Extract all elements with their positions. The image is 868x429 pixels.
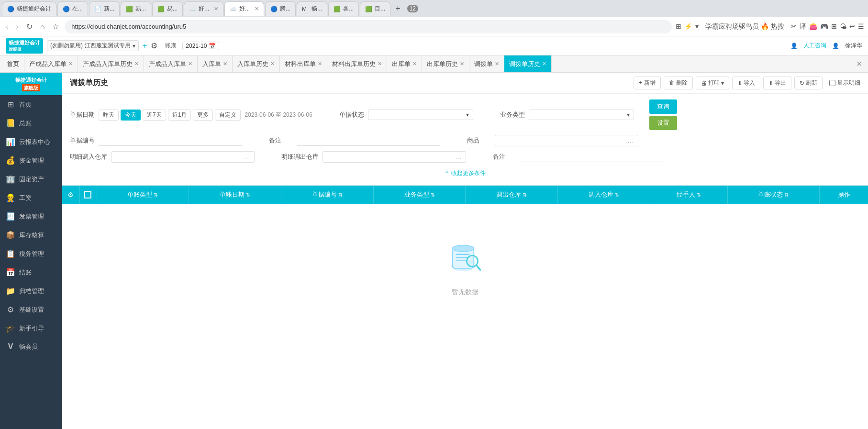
col-check[interactable] bbox=[79, 186, 97, 204]
date-btn-1month[interactable]: 近1月 bbox=[168, 110, 191, 121]
goods-input[interactable]: … bbox=[495, 135, 638, 146]
theme-icon[interactable]: 🌤 bbox=[840, 22, 846, 31]
col-settings[interactable]: ⚙ bbox=[62, 186, 79, 204]
tab-6[interactable]: 材料出库单 ✕ bbox=[280, 55, 327, 73]
refresh-btn[interactable]: ↻ 刷新 bbox=[794, 77, 823, 89]
home-button[interactable]: ⌂ bbox=[38, 22, 47, 32]
tab-6-close[interactable]: ✕ bbox=[318, 61, 322, 67]
close-all-tabs-button[interactable]: ✕ bbox=[852, 59, 866, 68]
help-link[interactable]: 人工咨询 bbox=[803, 42, 826, 50]
warehouse-out-input[interactable]: … bbox=[323, 151, 466, 163]
tab-2[interactable]: 产成品入库单历史 ✕ bbox=[78, 55, 144, 73]
tab-9[interactable]: 出库单历史 ✕ bbox=[422, 55, 469, 73]
tab-8-close[interactable]: ✕ bbox=[412, 61, 417, 67]
tab-8[interactable]: 出库单 ✕ bbox=[387, 55, 422, 73]
browser-tab-10[interactable]: 🟩 目... bbox=[360, 1, 390, 16]
sidebar-item-closing[interactable]: 📅 结账 bbox=[0, 263, 62, 282]
tab-7[interactable]: 材料出库单历史 ✕ bbox=[327, 55, 387, 73]
bookmark-button[interactable]: ☆ bbox=[50, 21, 61, 32]
print-button[interactable]: 🖨 🖨 打印 打印 ▾ bbox=[696, 77, 729, 89]
col-handler[interactable]: 经手人 ⇅ bbox=[650, 186, 727, 204]
status-select[interactable]: ▾ bbox=[368, 110, 473, 120]
browser-tab-3[interactable]: 🟩 易... bbox=[121, 1, 151, 16]
tab-close-5[interactable]: ✕ bbox=[214, 6, 218, 12]
scissors-icon[interactable]: ✂ bbox=[791, 22, 797, 31]
sidebar-item-member[interactable]: V 畅会员 bbox=[0, 338, 62, 356]
col-doc-type[interactable]: 单账类型 ⇅ bbox=[97, 186, 189, 204]
tab-1[interactable]: 产成品入库单 ✕ bbox=[24, 55, 78, 73]
tab-11-active[interactable]: 调拨单历史 ✕ bbox=[504, 55, 552, 73]
settings-icon[interactable]: ⚙ bbox=[151, 41, 157, 50]
sidebar-item-guide[interactable]: 🎓 新手引导 bbox=[0, 319, 62, 338]
tab-4[interactable]: 入库单 ✕ bbox=[198, 55, 233, 73]
grid-icon[interactable]: ⊞ bbox=[831, 22, 837, 31]
sidebar-item-finance[interactable]: 💰 资金管理 bbox=[0, 151, 62, 170]
browser-tab-0[interactable]: 🔵 畅捷通好会计 bbox=[2, 1, 56, 16]
select-all-checkbox[interactable] bbox=[84, 191, 91, 198]
warehouse-in-input[interactable]: … bbox=[111, 151, 255, 163]
menu-icon[interactable]: ☰ bbox=[858, 22, 864, 31]
sidebar-item-archive[interactable]: 📁 归档管理 bbox=[0, 282, 62, 300]
tab-close-active[interactable]: ✕ bbox=[255, 6, 259, 12]
back-button[interactable]: ‹ bbox=[4, 22, 10, 32]
filter-settings-button[interactable]: 设置 bbox=[649, 116, 677, 130]
col-business-type[interactable]: 业务类型 ⇅ bbox=[373, 186, 466, 204]
tab-5[interactable]: 入库单历史 ✕ bbox=[233, 55, 280, 73]
export-button[interactable]: ⬆ 导出 bbox=[763, 77, 791, 89]
tab-5-close[interactable]: ✕ bbox=[270, 61, 275, 67]
date-btn-yesterday[interactable]: 昨天 bbox=[99, 110, 119, 121]
sidebar-item-ledger[interactable]: 📒 总账 bbox=[0, 114, 62, 132]
browser-tab-7[interactable]: 🔵 腾... bbox=[265, 1, 296, 16]
browser-tab-5[interactable]: ☁️ 好... ✕ bbox=[184, 1, 223, 16]
remark-input[interactable] bbox=[297, 136, 440, 146]
new-button[interactable]: + 新增 bbox=[634, 77, 660, 89]
tab-9-close[interactable]: ✕ bbox=[460, 61, 464, 67]
display-toggle[interactable]: 显示明细 bbox=[829, 79, 860, 87]
new-tab-button[interactable]: + bbox=[391, 4, 404, 14]
col-doc-status[interactable]: 单账状态 ⇅ bbox=[727, 186, 820, 204]
tab-4-close[interactable]: ✕ bbox=[223, 61, 227, 67]
sidebar-item-inventory[interactable]: 📦 库存核算 bbox=[0, 226, 62, 244]
col-out-warehouse[interactable]: 调出仓库 ⇅ bbox=[466, 186, 558, 204]
date-btn-today[interactable]: 今天 bbox=[121, 110, 141, 121]
sidebar-item-home[interactable]: ⊞ 首页 bbox=[0, 95, 62, 114]
browser-tab-1[interactable]: 🔵 在... bbox=[57, 1, 88, 16]
date-btn-more[interactable]: 更多 bbox=[193, 110, 213, 121]
collapse-button[interactable]: ⌃ 收起更多条件 bbox=[70, 167, 860, 179]
translate-icon[interactable]: 译 bbox=[800, 22, 806, 31]
tab-2-close[interactable]: ✕ bbox=[134, 61, 139, 67]
delete-button[interactable]: 🗑 删除 bbox=[664, 77, 693, 89]
col-in-warehouse[interactable]: 调入仓库 ⇅ bbox=[558, 186, 650, 204]
undo-icon[interactable]: ↩ bbox=[849, 22, 855, 31]
display-toggle-checkbox[interactable] bbox=[829, 80, 835, 86]
extensions-icon[interactable]: ⊞ bbox=[676, 22, 681, 31]
company-selector[interactable]: (勿删勿赢用) 江西服宝测试专用 ▾ bbox=[47, 40, 139, 51]
browser-tab-active[interactable]: ☁️ 好... ✕ bbox=[224, 1, 264, 16]
sidebar-item-settings[interactable]: ⚙ 基础设置 bbox=[0, 300, 62, 319]
user-name[interactable]: 徐泽华 bbox=[845, 42, 862, 50]
table-settings-gear[interactable]: ⚙ bbox=[67, 191, 74, 198]
add-company-button[interactable]: + bbox=[143, 42, 147, 50]
sidebar-item-reports[interactable]: 📊 云报表中心 bbox=[0, 132, 62, 151]
sidebar-item-invoice[interactable]: 🧾 发票管理 bbox=[0, 207, 62, 226]
tab-3[interactable]: 产成品入库单 ✕ bbox=[144, 55, 198, 73]
game-icon[interactable]: 🎮 bbox=[820, 22, 828, 31]
business-type-select[interactable]: ▾ bbox=[529, 110, 634, 120]
browser-tab-9[interactable]: 🟩 各... bbox=[328, 1, 359, 16]
browser-tab-4[interactable]: 🟩 易... bbox=[152, 1, 183, 16]
refresh-button[interactable]: ↻ bbox=[24, 21, 34, 32]
tab-7-close[interactable]: ✕ bbox=[378, 61, 382, 67]
search-button[interactable]: 查询 bbox=[649, 99, 677, 114]
col-doc-date[interactable]: 单账日期 ⇅ bbox=[189, 186, 281, 204]
remark2-input[interactable] bbox=[521, 152, 664, 162]
browser-tab-8[interactable]: M 畅... bbox=[297, 1, 327, 16]
doc-number-input[interactable] bbox=[99, 136, 242, 146]
url-input[interactable] bbox=[65, 20, 672, 33]
forward-button[interactable]: › bbox=[14, 22, 20, 32]
import-button[interactable]: ⬇ 导入 bbox=[732, 77, 760, 89]
tab-10[interactable]: 调拨单 ✕ bbox=[469, 55, 504, 73]
tab-3-close[interactable]: ✕ bbox=[188, 61, 192, 67]
col-doc-number[interactable]: 单据编号 ⇅ bbox=[281, 186, 373, 204]
wallet-icon[interactable]: 👛 bbox=[809, 22, 817, 31]
date-btn-custom[interactable]: 自定义 bbox=[215, 110, 241, 121]
